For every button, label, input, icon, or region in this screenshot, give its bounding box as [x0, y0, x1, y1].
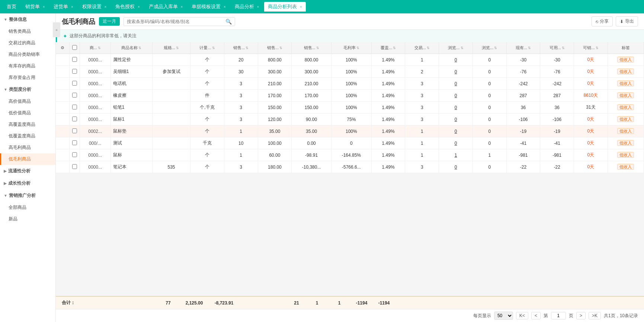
close-product-analysis-list-icon[interactable]: ×: [300, 5, 302, 9]
row-name-8[interactable]: 鼠标: [110, 149, 152, 161]
row-select-2[interactable]: [72, 81, 77, 86]
row-views1-2[interactable]: 0: [439, 78, 473, 90]
sidebar-item-category-rate[interactable]: 商品分类助销率: [0, 49, 55, 60]
col-gross-margin[interactable]: 毛利率⇅: [331, 42, 371, 54]
row-settings-7[interactable]: [56, 137, 69, 149]
col-trade[interactable]: 交易...⇅: [405, 42, 439, 54]
row-select-5[interactable]: [72, 117, 77, 121]
row-select-8[interactable]: [72, 152, 77, 157]
row-name-5[interactable]: 鼠标1: [110, 114, 152, 125]
row-settings-4[interactable]: [56, 102, 69, 114]
row-name-1[interactable]: 吴细细1: [110, 66, 152, 78]
row-select-4[interactable]: [72, 105, 77, 109]
row-checkbox-1[interactable]: [69, 66, 80, 78]
row-tag-6[interactable]: 低收入: [608, 125, 644, 137]
row-name-9[interactable]: 笔记本: [110, 161, 152, 173]
row-checkbox-9[interactable]: [69, 161, 80, 173]
row-name-7[interactable]: 测试: [110, 137, 152, 149]
nav-sales-order[interactable]: 销货单 ×: [22, 2, 48, 12]
sidebar-group-type-analysis[interactable]: ▼ 类型度分析: [0, 83, 55, 96]
sidebar-group-growth[interactable]: ▶ 成长性分析: [0, 177, 55, 189]
sidebar-item-high-coverage[interactable]: 高覆盖度商品: [0, 119, 55, 130]
row-tag-4[interactable]: 低收入: [608, 102, 644, 114]
sidebar-group-overall-info[interactable]: ▼ 整体信息: [0, 13, 55, 26]
search-input[interactable]: [127, 19, 225, 24]
close-purchase-order-icon[interactable]: ×: [71, 5, 73, 9]
col-available-stock[interactable]: 可用...⇅: [540, 42, 574, 54]
col-views1[interactable]: 浏览...⇅: [439, 42, 473, 54]
prev-page-button[interactable]: <: [531, 312, 541, 319]
row-views1-7[interactable]: 0: [439, 137, 473, 149]
row-name-6[interactable]: 鼠标垫: [110, 125, 152, 137]
col-unit[interactable]: 计量...⇅: [190, 42, 224, 54]
sidebar-item-high-margin[interactable]: 高毛利商品: [0, 142, 55, 153]
row-settings-5[interactable]: [56, 114, 69, 125]
page-size-select[interactable]: 50 100 200: [494, 312, 513, 320]
sidebar-item-sales-products[interactable]: 销售类商品: [0, 26, 55, 37]
close-product-entry-icon[interactable]: ×: [181, 5, 183, 9]
col-tag[interactable]: 标签: [608, 42, 644, 54]
page-number-input[interactable]: [551, 312, 566, 319]
last-page-button[interactable]: >K: [589, 312, 601, 319]
sidebar-item-capital[interactable]: 库存资金占用: [0, 72, 55, 83]
row-views1-1[interactable]: 0: [439, 66, 473, 78]
sidebar-item-new-products[interactable]: 新品: [0, 213, 55, 225]
col-sales-price[interactable]: 销售...⇅: [258, 42, 292, 54]
row-name-3[interactable]: 橡皮擦: [110, 90, 152, 102]
row-tag-8[interactable]: 低收入: [608, 149, 644, 161]
row-checkbox-5[interactable]: [69, 114, 80, 125]
row-views1-4[interactable]: 0: [439, 102, 473, 114]
row-select-7[interactable]: [72, 140, 77, 145]
nav-permissions[interactable]: 权限设置 ×: [79, 2, 110, 12]
close-template-settings-icon[interactable]: ×: [224, 5, 226, 9]
date-filter-button[interactable]: 近一月: [99, 17, 120, 26]
share-button[interactable]: ⎋ 分享: [592, 16, 613, 26]
close-product-analysis-icon[interactable]: ×: [257, 5, 259, 9]
select-all-checkbox[interactable]: [72, 45, 77, 50]
row-settings-9[interactable]: [56, 161, 69, 173]
sidebar-group-circulation[interactable]: ▶ 流通性分析: [0, 165, 55, 177]
row-settings-0[interactable]: [56, 54, 69, 66]
first-page-button[interactable]: K<: [516, 312, 528, 319]
nav-purchase-order[interactable]: 进货单 ×: [50, 2, 77, 12]
col-checkbox[interactable]: [69, 42, 80, 54]
nav-product-analysis-list[interactable]: 商品分析列表 ×: [264, 2, 305, 12]
col-settings[interactable]: ⚙: [56, 42, 69, 54]
next-page-button[interactable]: >: [576, 312, 586, 319]
row-checkbox-8[interactable]: [69, 149, 80, 161]
row-checkbox-4[interactable]: [69, 102, 80, 114]
nav-template-settings[interactable]: 单据模板设置 ×: [188, 2, 229, 12]
row-tag-2[interactable]: 低收入: [608, 78, 644, 90]
row-name-0[interactable]: 属性定价: [110, 54, 152, 66]
row-tag-1[interactable]: 低收入: [608, 66, 644, 78]
export-button[interactable]: ⬇ 导出: [616, 16, 638, 26]
close-permissions-icon[interactable]: ×: [105, 5, 107, 9]
nav-home[interactable]: 首页: [3, 2, 20, 12]
row-settings-8[interactable]: [56, 149, 69, 161]
row-settings-6[interactable]: [56, 125, 69, 137]
sidebar-item-all-products[interactable]: 全部商品: [0, 202, 55, 213]
nav-role-auth[interactable]: 角色授权 ×: [112, 2, 143, 12]
sidebar-group-marketing[interactable]: ▼ 营销推广分析: [0, 189, 55, 202]
sidebar-item-high-value[interactable]: 高价值商品: [0, 96, 55, 107]
col-current-stock[interactable]: 现有...⇅: [506, 42, 540, 54]
row-checkbox-0[interactable]: [69, 54, 80, 66]
row-checkbox-7[interactable]: [69, 137, 80, 149]
row-tag-7[interactable]: 低收入: [608, 137, 644, 149]
sidebar-item-low-margin[interactable]: 低毛利商品: [0, 153, 55, 165]
close-role-auth-icon[interactable]: ×: [138, 5, 140, 9]
row-tag-5[interactable]: 低收入: [608, 114, 644, 125]
row-name-2[interactable]: 电话机: [110, 78, 152, 90]
row-select-1[interactable]: [72, 69, 77, 74]
row-views1-9[interactable]: 0: [439, 161, 473, 173]
row-views1-6[interactable]: 0: [439, 125, 473, 137]
row-select-9[interactable]: [72, 164, 77, 169]
sidebar-item-in-stock[interactable]: 有库存的商品: [0, 60, 55, 72]
row-tag-9[interactable]: 低收入: [608, 161, 644, 173]
row-settings-1[interactable]: [56, 66, 69, 78]
col-sales-qty[interactable]: 销售...⇅: [224, 42, 258, 54]
row-select-0[interactable]: [72, 57, 77, 62]
col-views2[interactable]: 浏览...⇅: [472, 42, 506, 54]
col-saleable-days[interactable]: 可销...⇅: [574, 42, 608, 54]
row-views1-0[interactable]: 0: [439, 54, 473, 66]
